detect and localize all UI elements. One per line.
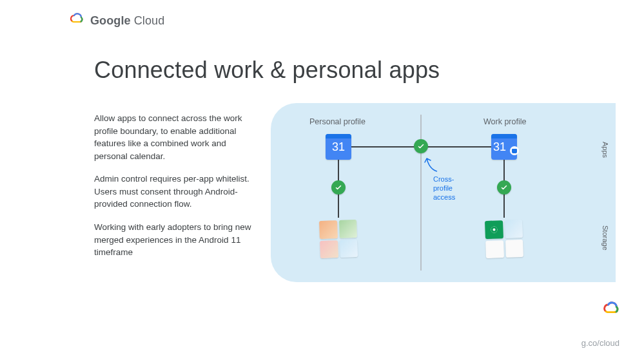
photo-tile	[505, 239, 523, 257]
work-badge-icon	[510, 146, 519, 155]
paragraph-2: Admin control requires per-app whitelist…	[94, 173, 262, 211]
header: Google Cloud	[68, 12, 164, 30]
storage-side-label: Storage	[601, 225, 609, 251]
body-copy: Allow apps to connect across the work pr…	[94, 112, 262, 269]
photo-tile	[319, 220, 337, 238]
apps-side-label: Apps	[601, 142, 609, 158]
calendar-day-personal: 31	[332, 140, 345, 154]
photo-tile	[485, 220, 503, 238]
slide-title: Connected work & personal apps	[94, 57, 440, 84]
photo-tile	[504, 220, 522, 238]
photo-tile	[340, 239, 358, 257]
google-cloud-logo-footer-icon	[601, 300, 620, 321]
cross-profile-access-label: Cross-profile access	[433, 175, 472, 202]
photo-tile	[320, 240, 338, 258]
check-work-icon	[497, 180, 511, 195]
work-profile-label: Work profile	[483, 117, 526, 126]
paragraph-3: Working with early adopters to bring new…	[94, 221, 262, 259]
brand-text: Google Cloud	[90, 14, 164, 28]
brand-light: Cloud	[131, 14, 165, 27]
photo-tile	[338, 220, 356, 238]
photo-tile	[485, 240, 503, 258]
google-cloud-logo-icon	[68, 12, 84, 30]
profile-boundary-line	[420, 115, 422, 271]
brand-bold: Google	[90, 14, 131, 27]
check-cross-profile-icon	[414, 139, 428, 153]
check-personal-icon	[331, 180, 346, 195]
diagram-panel: Personal profile Work profile Apps Stora…	[271, 103, 616, 282]
photos-work-icon	[485, 220, 523, 258]
personal-profile-label: Personal profile	[309, 117, 366, 126]
calendar-personal-icon: 31	[326, 134, 351, 160]
footer-link: g.co/cloud	[581, 338, 620, 348]
paragraph-1: Allow apps to connect across the work pr…	[94, 112, 262, 162]
photos-personal-icon	[319, 220, 358, 258]
calendar-day-work: 31	[493, 140, 506, 154]
cross-profile-arrow-icon	[424, 156, 442, 174]
calendar-work-icon: 31	[491, 134, 517, 160]
